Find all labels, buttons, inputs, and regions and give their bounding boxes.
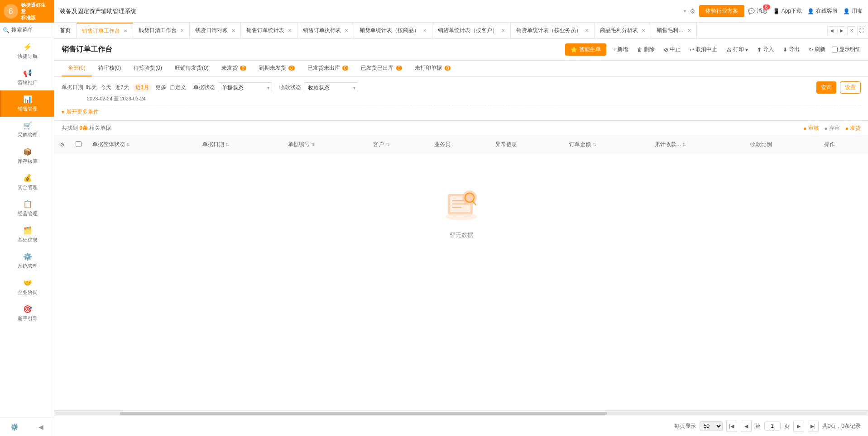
collapse-btn[interactable]: ◀: [37, 422, 45, 432]
tab-home[interactable]: 首页: [54, 23, 77, 39]
date-opt-yesterday[interactable]: 昨天: [86, 84, 97, 91]
tab-nav-fullscreen-btn[interactable]: ⛶: [857, 26, 866, 35]
tab-close-btn-9[interactable]: ✕: [642, 28, 645, 33]
app-download-btn[interactable]: 📱 App下载: [773, 7, 802, 15]
next-page-btn[interactable]: ▶: [793, 421, 804, 431]
per-page-select[interactable]: 50 100 200: [700, 421, 723, 431]
message-btn[interactable]: 💬 消息 6: [748, 7, 767, 15]
tab-nav-close-btn[interactable]: ✕: [847, 26, 856, 35]
settings-filter-btn[interactable]: 设置: [840, 81, 861, 94]
cancel-stop-btn[interactable]: ↩ 取消中止: [687, 44, 720, 55]
sidebar-nav-item-2[interactable]: 📊 销售管理: [0, 90, 54, 117]
scroll-bar-thumb[interactable]: [120, 412, 607, 415]
query-btn[interactable]: 查询: [816, 81, 836, 94]
mobile-icon: 📱: [773, 8, 780, 14]
tab-gross-profit[interactable]: 商品毛利分析表 ✕: [595, 23, 651, 39]
first-page-btn[interactable]: |◀: [726, 421, 737, 431]
online-service-btn[interactable]: 👤 在线客服: [807, 7, 838, 15]
tab-close-btn-7[interactable]: ✕: [501, 28, 505, 33]
tab-daily-reconcile[interactable]: 钱货日清对账 ✕: [190, 23, 241, 39]
show-detail-input[interactable]: [832, 47, 838, 52]
import-btn[interactable]: ⬆ 导入: [754, 44, 777, 55]
tab-sales-by-staff[interactable]: 销货单统计表（按业务员） ✕: [511, 23, 595, 39]
tab-daily-clear[interactable]: 钱货日清工作台 ✕: [133, 23, 190, 39]
sidebar-nav: ⚡ 快捷导航📢 营销推广📊 销售管理🛒 采购管理📦 库存核算💰 资金管理📋 经营…: [0, 38, 54, 327]
sort-order-status-icon[interactable]: ⇅: [126, 142, 130, 147]
sidebar-nav-item-10[interactable]: 🎯 新手引导: [0, 300, 54, 327]
print-btn[interactable]: 🖨 打印 ▾: [724, 44, 751, 55]
payment-select[interactable]: 收款状态: [304, 82, 358, 93]
sub-tab-not-printed[interactable]: 未打印单据 0: [408, 61, 457, 76]
date-opt-1month[interactable]: 近1月: [133, 83, 152, 92]
prev-page-btn[interactable]: ◀: [741, 421, 752, 431]
sidebar-nav-item-1[interactable]: 📢 营销推广: [0, 64, 54, 90]
tab-close-btn-8[interactable]: ✕: [585, 28, 589, 33]
search-menu-item[interactable]: 🔍 搜索菜单: [0, 23, 54, 38]
sort-order-date-icon[interactable]: ⇅: [225, 142, 229, 147]
tab-nav-right-btn[interactable]: ▶: [837, 26, 846, 35]
audit-action[interactable]: ● 审核: [803, 124, 819, 132]
tab-sales-order-workbench[interactable]: 销售订单工作台 ✕: [77, 23, 133, 39]
system-dropdown-arrow[interactable]: ▾: [684, 9, 686, 14]
sidebar-nav-item-3[interactable]: 🛒 采购管理: [0, 117, 54, 143]
industry-solution-btn[interactable]: 体验行业方案: [699, 5, 744, 17]
sort-order-no-icon[interactable]: ⇅: [311, 142, 315, 147]
show-detail-checkbox[interactable]: 显示明细: [832, 46, 861, 53]
tab-close-btn-5[interactable]: ✕: [345, 28, 348, 33]
last-page-btn[interactable]: ▶|: [808, 421, 819, 431]
settings-bottom-btn[interactable]: ⚙️: [9, 422, 20, 432]
sub-tab-overdue-ship[interactable]: 到期未发货 0: [253, 61, 301, 76]
ship-action[interactable]: ● 发货: [845, 124, 861, 132]
sub-tab-all[interactable]: 全部(0): [62, 61, 92, 76]
sub-tab-shipped-not-out[interactable]: 已发货未出库 0: [301, 61, 355, 76]
tab-sales-by-product[interactable]: 销货单统计表（按商品） ✕: [354, 23, 432, 39]
tab-close-btn-6[interactable]: ✕: [423, 28, 427, 33]
sidebar-nav-item-4[interactable]: 📦 库存核算: [0, 143, 54, 169]
revoke-action[interactable]: ● 弃审: [825, 124, 840, 132]
export-btn[interactable]: ⬇ 导出: [780, 44, 802, 55]
sidebar-nav-item-9[interactable]: 🤝 企业协同: [0, 274, 54, 300]
tab-nav-left-btn[interactable]: ◀: [827, 26, 836, 35]
sub-tab-wangpu-ship[interactable]: 旺铺待发货(0): [168, 61, 215, 76]
sidebar-nav-item-8[interactable]: ⚙️ 系统管理: [0, 248, 54, 274]
date-opt-7days[interactable]: 近7天: [115, 84, 129, 91]
expand-filters-btn[interactable]: ▾ 展开更多条件: [62, 108, 861, 116]
page-number-input[interactable]: 1: [764, 422, 781, 431]
tab-close-btn-3[interactable]: ✕: [231, 28, 235, 33]
sidebar-nav-item-0[interactable]: ⚡ 快捷导航: [0, 38, 54, 64]
tab-close-btn[interactable]: ✕: [124, 28, 127, 33]
tab-sales-exec[interactable]: 销售订单执行表 ✕: [297, 23, 354, 39]
sub-tab-pending-check[interactable]: 待拣验货(0): [127, 61, 168, 76]
date-opt-today[interactable]: 今天: [101, 84, 111, 91]
user-menu[interactable]: 👤 用友: [843, 7, 863, 15]
tab-close-btn-2[interactable]: ✕: [180, 28, 184, 33]
settings-gear-icon[interactable]: ⚙: [690, 8, 695, 15]
sub-tab-pending-audit[interactable]: 待审核(0): [92, 61, 128, 76]
sub-tab-shipped-out[interactable]: 已发货已出库 0: [355, 61, 408, 76]
sort-amount-icon[interactable]: ⇅: [593, 142, 596, 147]
date-opt-more[interactable]: 更多: [155, 84, 166, 91]
sidebar-nav-item-6[interactable]: 📋 经营管理: [0, 195, 54, 222]
tab-sales-gross[interactable]: 销售毛利… ✕: [651, 23, 697, 39]
stop-btn[interactable]: ⊘ 中止: [661, 44, 683, 55]
sidebar-nav-item-5[interactable]: 💰 资金管理: [0, 169, 54, 195]
sidebar-nav-item-7[interactable]: 🗂️ 基础信息: [0, 222, 54, 248]
col-checkbox: [70, 136, 87, 153]
sub-tab-not-shipped[interactable]: 未发货 0: [215, 61, 253, 76]
sort-collected-icon[interactable]: ⇅: [682, 142, 686, 147]
tab-sales-by-customer[interactable]: 销货单统计表（按客户） ✕: [432, 23, 511, 39]
smart-create-btn[interactable]: ⭐ 智能生单: [565, 43, 606, 56]
tab-close-btn-10[interactable]: ✕: [687, 28, 691, 33]
sort-customer-icon[interactable]: ⇅: [386, 142, 389, 147]
tab-sales-stats[interactable]: 销售订单统计表 ✕: [241, 23, 297, 39]
refresh-btn[interactable]: ↻ 刷新: [806, 44, 828, 55]
date-opt-custom[interactable]: 自定义: [170, 84, 186, 91]
scroll-bar-area[interactable]: [54, 410, 868, 416]
add-btn[interactable]: + 新增: [610, 44, 631, 55]
select-all-checkbox[interactable]: [76, 141, 82, 147]
settings-col-icon[interactable]: ⚙: [60, 142, 65, 148]
delete-btn[interactable]: 🗑 删除: [634, 44, 657, 55]
print-dropdown-arrow[interactable]: ▾: [745, 47, 748, 53]
tab-close-btn-4[interactable]: ✕: [288, 28, 292, 33]
status-select[interactable]: 单据状态: [218, 82, 272, 93]
